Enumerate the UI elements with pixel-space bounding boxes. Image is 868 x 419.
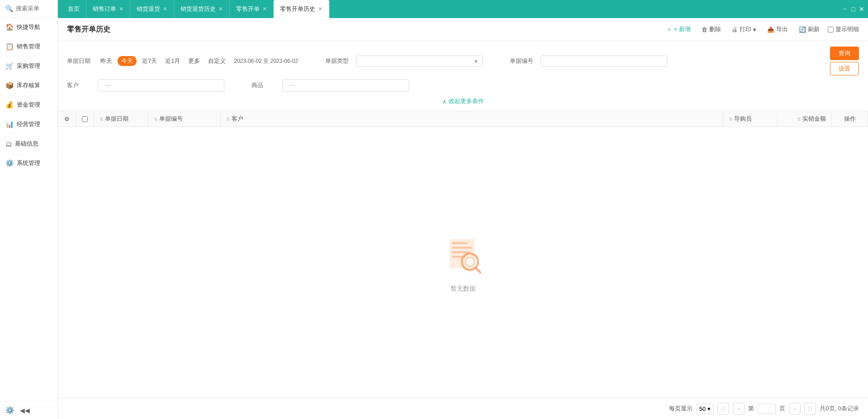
delete-icon: 🗑 (702, 26, 707, 33)
display-detail-checkbox[interactable]: 显示明细 (828, 25, 859, 33)
collapse-label: 收起更多条件 (449, 97, 484, 105)
tab-sales-order-close[interactable]: ✕ (119, 6, 123, 12)
total-info: 共0页, 0条记录 (820, 405, 859, 413)
svg-point-6 (465, 257, 474, 266)
th-amount: ⇅ 实销金额 (778, 111, 832, 127)
sidebar-item-operations[interactable]: 📊 经营管理 (0, 115, 57, 134)
svg-rect-2 (452, 247, 472, 249)
sidebar-item-finance[interactable]: 💰 资金管理 (0, 95, 57, 115)
settings-button[interactable]: 设置 (830, 62, 859, 75)
tab-retail-history-close[interactable]: ✕ (318, 6, 323, 12)
sort-icon-num: ⇅ (154, 117, 157, 122)
bill-number-input[interactable] (541, 56, 667, 67)
operations-icon: 📊 (5, 120, 14, 128)
per-page-select[interactable]: 50 ▾ (696, 404, 714, 414)
customer-filter-group: 客户 ··· (67, 79, 224, 92)
last-page-button[interactable]: ⟩⟩ (804, 403, 816, 414)
th-settings[interactable]: ⚙ (58, 111, 76, 127)
th-customer: ⇅ 客户 (221, 111, 723, 127)
filter-area: 单据日期 昨天 今天 近7天 近1月 更多 自定义 2023-06-02 至 2… (58, 41, 868, 111)
display-detail-input[interactable] (828, 27, 834, 33)
collapse-sidebar-icon[interactable]: ◀◀ (20, 407, 30, 414)
page-label: 页 (779, 405, 785, 413)
export-label: 导出 (776, 25, 788, 33)
date-opt-custom[interactable]: 自定义 (205, 56, 228, 66)
main-area: 首页 销售订单 ✕ 销货退货 ✕ 销货退货历史 ✕ 零售开单 ✕ 零售开单历史 … (58, 0, 868, 419)
sidebar-item-label: 经营管理 (17, 120, 40, 128)
bill-number-label: 单据编号 (510, 57, 537, 65)
date-opt-more[interactable]: 更多 (185, 56, 203, 66)
tab-sales-return[interactable]: 销货退货 ✕ (130, 0, 174, 18)
goods-label: 商品 (251, 81, 279, 89)
th-guide-label: 导购员 (734, 115, 752, 123)
sidebar-item-quick-nav[interactable]: 🏠 快捷导航 (0, 18, 57, 37)
refresh-label: 刷新 (808, 25, 820, 33)
table-body: 暂无数据 (58, 127, 868, 398)
tab-retail-open-label: 零售开单 (236, 5, 260, 13)
date-opt-today[interactable]: 今天 (118, 56, 137, 66)
goods-dots-icon[interactable]: ··· (289, 81, 295, 89)
tab-sales-return-history-close[interactable]: ✕ (218, 6, 223, 12)
tab-sales-order-label: 销售订单 (93, 5, 116, 13)
tab-sales-return-close[interactable]: ✕ (163, 6, 167, 12)
bill-type-label: 单据类型 (325, 57, 352, 65)
pagination: 每页显示 50 ▾ ⟨⟨ ＜ 第 1 页 ＞ ⟩⟩ 共0页, 0条记录 (58, 398, 868, 419)
tab-home-label: 首页 (68, 5, 80, 13)
date-opt-last30[interactable]: 近1月 (162, 56, 183, 66)
print-button[interactable]: 🖨 打印 ▾ (729, 24, 759, 35)
sidebar-item-sales-mgmt[interactable]: 📋 销售管理 (0, 37, 57, 56)
sidebar-item-basic-info[interactable]: 🗂 基础信息 (0, 134, 57, 154)
delete-button[interactable]: 🗑 删除 (699, 24, 724, 35)
first-page-button[interactable]: ⟨⟨ (717, 403, 729, 414)
search-icon: 🔍 (5, 5, 13, 12)
settings-icon[interactable]: ⚙️ (5, 406, 14, 414)
tab-sales-order[interactable]: 销售订单 ✕ (86, 0, 130, 18)
customer-select[interactable]: ··· (98, 79, 224, 92)
date-filter-group: 单据日期 昨天 今天 近7天 近1月 更多 自定义 2023-06-02 至 2… (67, 56, 298, 66)
tab-retail-open-close[interactable]: ✕ (262, 6, 267, 12)
next-page-button[interactable]: ＞ (789, 403, 801, 414)
refresh-button[interactable]: 🔄 刷新 (796, 24, 822, 35)
tab-sales-return-history[interactable]: 销货退货历史 ✕ (174, 0, 230, 18)
window-minimize-icon[interactable]: － (842, 5, 848, 13)
window-close-icon[interactable]: ✕ (859, 5, 864, 13)
sidebar-search-label: 搜索采单 (16, 5, 39, 13)
empty-state: 暂无数据 (441, 232, 486, 293)
refresh-icon: 🔄 (799, 26, 806, 33)
finance-icon: 💰 (5, 101, 14, 109)
query-button[interactable]: 查询 (830, 47, 859, 60)
add-button[interactable]: ＋ + 新增 (664, 24, 693, 35)
filter-row-2: 客户 ··· 商品 ··· (67, 79, 859, 92)
date-filter-label: 单据日期 (67, 57, 94, 65)
goods-select[interactable]: ··· (282, 79, 409, 92)
per-page-value: 50 (699, 405, 706, 412)
prev-page-button[interactable]: ＜ (733, 403, 745, 414)
per-page-dropdown-icon: ▾ (707, 405, 711, 412)
date-opt-last7[interactable]: 近7天 (139, 56, 160, 66)
tab-home[interactable]: 首页 (62, 0, 86, 18)
sidebar-item-system-mgmt[interactable]: ⚙️ 系统管理 (0, 154, 57, 173)
sales-icon: 📋 (5, 42, 14, 51)
system-icon: ⚙️ (5, 159, 14, 167)
bill-type-select[interactable]: ▾ (356, 56, 483, 67)
select-all-checkbox[interactable] (82, 116, 88, 122)
sidebar-item-label: 资金管理 (17, 101, 40, 109)
per-page-label: 每页显示 (669, 405, 693, 413)
th-op-label: 操作 (844, 115, 856, 123)
sidebar-item-inventory[interactable]: 📦 库存核算 (0, 76, 57, 95)
th-date-label: 单据日期 (105, 115, 128, 123)
sidebar-item-purchase-mgmt[interactable]: 🛒 采购管理 (0, 56, 57, 76)
tab-retail-history[interactable]: 零售开单历史 ✕ (274, 0, 329, 18)
collapse-conditions[interactable]: ∧ 收起更多条件 (67, 95, 859, 107)
date-opt-yesterday[interactable]: 昨天 (98, 56, 115, 66)
th-checkbox[interactable] (76, 111, 94, 127)
th-amount-label: 实销金额 (802, 115, 826, 123)
tab-retail-open[interactable]: 零售开单 ✕ (230, 0, 274, 18)
date-range-display: 2023-06-02 至 2023-06-02 (234, 57, 298, 65)
window-maximize-icon[interactable]: □ (852, 5, 855, 13)
export-button[interactable]: 📤 导出 (764, 24, 791, 35)
page-number-input[interactable]: 1 (758, 404, 776, 414)
inventory-icon: 📦 (5, 81, 14, 89)
customer-dots-icon[interactable]: ··· (104, 81, 110, 89)
sidebar-search[interactable]: 🔍 搜索采单 (0, 0, 57, 18)
